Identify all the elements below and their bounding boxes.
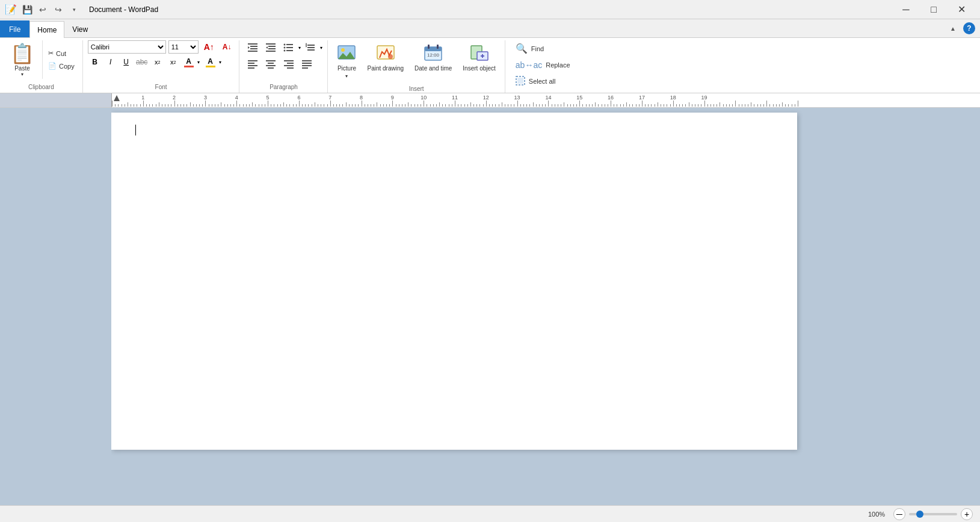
ribbon-content: 📋 Paste ▾ ✂ Cut 📄 Copy [0, 37, 980, 93]
copy-button[interactable]: 📄 Copy [45, 60, 78, 72]
ribbon-tabs: File Home View [0, 19, 96, 37]
zoom-in-button[interactable]: + [961, 508, 973, 520]
tab-view[interactable]: View [64, 20, 96, 37]
tab-home[interactable]: Home [29, 21, 64, 38]
font-group: Calibri Arial Times New Roman 11 8 10 12… [83, 40, 240, 93]
text-color-dropdown[interactable]: ▾ [197, 60, 200, 65]
svg-rect-1 [250, 46, 257, 47]
redo-button[interactable]: ↪ [52, 3, 65, 16]
svg-rect-2 [250, 48, 257, 49]
document-page[interactable] [111, 113, 797, 450]
line-spacing-icon [305, 42, 316, 53]
bold-button[interactable]: B [88, 55, 102, 69]
para-row1: ▾ ▾ [244, 40, 322, 55]
clipboard-group: 📋 Paste ▾ ✂ Cut 📄 Copy [0, 40, 83, 93]
clipboard-buttons: 📋 Paste ▾ ✂ Cut 📄 Copy [5, 40, 78, 79]
underline-button[interactable]: U [119, 55, 134, 69]
text-color-button[interactable]: A [182, 56, 196, 69]
highlight-letter: A [208, 57, 213, 66]
status-bar: 100% ─ + [0, 505, 980, 522]
cut-icon: ✂ [48, 49, 54, 57]
svg-rect-30 [284, 60, 294, 61]
increase-indent-icon [247, 42, 258, 53]
subscript-button[interactable]: x2 [150, 55, 165, 69]
close-button[interactable]: ✕ [948, 0, 975, 19]
font-grow-button[interactable]: A↑ [201, 40, 217, 54]
svg-rect-35 [302, 63, 312, 64]
insert-group: Picture ▾ Paint drawing [328, 40, 505, 93]
justify-button[interactable] [298, 57, 315, 71]
svg-rect-36 [302, 65, 312, 66]
justify-icon [301, 58, 312, 69]
ribbon-collapse-button[interactable]: ▲ [946, 22, 960, 35]
svg-rect-22 [248, 60, 257, 61]
italic-button[interactable]: I [103, 55, 118, 69]
save-button[interactable]: 💾 [20, 3, 34, 16]
align-center-button[interactable] [262, 57, 279, 71]
svg-rect-8 [266, 51, 276, 52]
window-controls: ─ □ ✕ [892, 0, 975, 19]
increase-indent-button[interactable] [244, 40, 261, 55]
strikethrough-button[interactable]: abc [135, 55, 149, 69]
zoom-out-button[interactable]: ─ [893, 508, 905, 520]
font-family-select[interactable]: Calibri Arial Times New Roman [88, 40, 166, 54]
font-size-select[interactable]: 11 8 10 12 14 16 [168, 40, 199, 54]
align-center-icon [265, 58, 276, 69]
date-time-button[interactable]: 12:00 Date and time [410, 40, 456, 75]
align-right-icon [283, 58, 294, 69]
align-right-button[interactable] [280, 57, 297, 71]
editing-group: 🔍 Find ab↔ac Replace [505, 40, 581, 93]
date-time-label: Date and time [414, 65, 452, 72]
select-all-button[interactable]: Select all [510, 73, 576, 89]
insert-object-label: Insert object [463, 65, 495, 72]
bullets-dropdown[interactable]: ▾ [298, 45, 301, 51]
minimize-button[interactable]: ─ [892, 0, 920, 19]
app-icon: 📝 [5, 4, 17, 15]
replace-button[interactable]: ab↔ac Replace [510, 58, 576, 72]
svg-rect-0 [248, 43, 257, 45]
find-icon: 🔍 [516, 43, 528, 54]
svg-rect-18 [307, 49, 315, 51]
bullets-icon [283, 42, 294, 53]
find-button[interactable]: 🔍 Find [510, 40, 576, 57]
decrease-indent-button[interactable] [262, 40, 279, 55]
line-spacing-dropdown[interactable]: ▾ [320, 45, 322, 51]
picture-button[interactable]: Picture ▾ [333, 40, 360, 82]
clipboard-group-content: 📋 Paste ▾ ✂ Cut 📄 Copy [5, 40, 78, 82]
quick-access-toolbar: 💾 ↩ ↪ ▾ [20, 3, 81, 16]
font-shrink-button[interactable]: A↓ [220, 41, 235, 53]
paste-button[interactable]: 📋 Paste ▾ [5, 40, 40, 79]
undo-button[interactable]: ↩ [36, 3, 49, 16]
zoom-slider[interactable] [909, 513, 957, 515]
paint-drawing-button[interactable]: Paint drawing [363, 40, 408, 75]
quick-access-dropdown[interactable]: ▾ [67, 3, 81, 16]
maximize-button[interactable]: □ [920, 0, 948, 19]
superscript-button[interactable]: x2 [166, 55, 180, 69]
help-button[interactable]: ? [963, 22, 975, 34]
highlight-color-dropdown[interactable]: ▾ [219, 60, 221, 65]
document-scroll[interactable] [111, 108, 980, 505]
highlight-color-button[interactable]: A [203, 56, 218, 69]
bullets-button[interactable] [280, 40, 297, 55]
tab-file[interactable]: File [0, 20, 29, 37]
svg-rect-45 [428, 45, 430, 49]
cut-button[interactable]: ✂ Cut [45, 48, 78, 59]
line-spacing-button[interactable] [302, 40, 319, 55]
ribbon: File Home View ▲ ? 📋 [0, 19, 980, 93]
insert-object-button[interactable]: Insert object [458, 40, 499, 75]
svg-rect-34 [302, 60, 312, 61]
para-row2 [244, 57, 322, 71]
align-left-icon [247, 58, 258, 69]
svg-rect-7 [268, 48, 276, 49]
svg-point-39 [341, 48, 345, 52]
zoom-percent-label: 100% [868, 511, 890, 518]
align-left-button[interactable] [244, 57, 261, 71]
svg-rect-5 [266, 43, 276, 45]
clipboard-small-buttons: ✂ Cut 📄 Copy [43, 40, 78, 79]
zoom-controls: 100% ─ + [868, 508, 973, 520]
svg-marker-4 [248, 46, 250, 49]
select-all-icon [516, 76, 525, 87]
svg-text:12:00: 12:00 [427, 52, 440, 58]
svg-rect-6 [268, 46, 276, 47]
svg-marker-21 [306, 46, 307, 48]
